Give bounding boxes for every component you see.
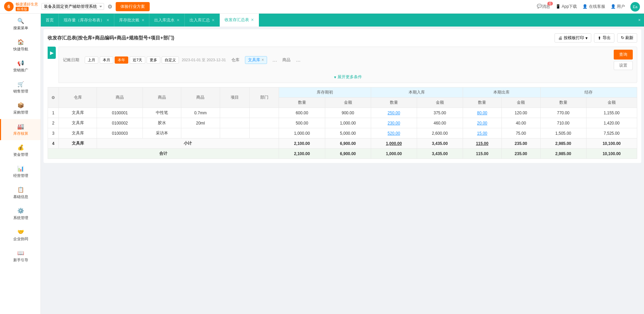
group-out-header: 本期出库	[463, 87, 540, 98]
warehouse-tag[interactable]: 文具库 ×	[245, 56, 267, 64]
export-icon: ⬆	[598, 36, 601, 40]
date-btn-thisyear[interactable]: 本年	[115, 56, 128, 64]
row-out-qty[interactable]: 20.00	[463, 118, 501, 128]
tab-close-icon[interactable]: ×	[177, 17, 179, 23]
row-out-qty[interactable]: 15.00	[463, 128, 501, 138]
refresh-button[interactable]: ↻ 刷新	[617, 33, 637, 43]
out-amt-header: 金额	[501, 98, 540, 108]
tab-close-icon[interactable]: ×	[212, 17, 215, 23]
col-warehouse-header: 仓库	[59, 87, 97, 108]
messages-wrap[interactable]: 💬 6 消息	[537, 4, 550, 10]
row-goods-code: 0100001	[97, 108, 143, 118]
subtotal-close-amt: 10,100.00	[586, 138, 637, 149]
date-btn-custom[interactable]: 自定义	[162, 56, 179, 64]
date-btn-thismonth[interactable]: 本月	[100, 56, 113, 64]
table-row: 1 文具库 0100001 中性笔 0.7mm 600.00 900.00 25…	[48, 108, 637, 118]
col-settings[interactable]: ⚙	[48, 87, 59, 108]
row-in-amt: 375.00	[417, 108, 463, 118]
content-area: 首页 现存量（库存分布表） × 库存批次账 × 出入库流水 × 出入库汇总 × …	[41, 14, 644, 314]
collab-icon: 🤝	[17, 229, 24, 235]
row-open-qty: 1,000.00	[279, 128, 325, 138]
user-avatar[interactable]: Ea	[630, 2, 640, 12]
row-project	[220, 128, 249, 138]
row-in-amt: 2,600.00	[417, 128, 463, 138]
sidebar-item-label: 经营管理	[13, 173, 28, 178]
sidebar-item-collab[interactable]: 🤝 企业协同	[0, 225, 40, 246]
sidebar-item-baseinfo[interactable]: 📋 基础信息	[0, 182, 40, 203]
total-out-qty: 115.00	[463, 149, 501, 159]
row-warehouse: 文具库	[59, 118, 97, 128]
sidebar-item-inventory[interactable]: 🏭 库存核算	[0, 119, 40, 140]
date-btn-lastmonth[interactable]: 上月	[85, 56, 98, 64]
sidebar-item-system[interactable]: ⚙️ 系统管理	[0, 203, 40, 225]
sidebar-item-guide[interactable]: 📖 新手引导	[0, 246, 40, 267]
row-out-amt: 120.00	[501, 108, 540, 118]
sidebar-item-label: 基础信息	[13, 194, 28, 199]
sidebar-item-marketing[interactable]: 📢 营销推广	[0, 56, 40, 77]
sidebar-item-purchase[interactable]: 📦 采购管理	[0, 98, 40, 119]
finance-icon: 💰	[17, 144, 24, 151]
row-dept	[249, 108, 279, 118]
subtotal-out-amt: 235.00	[501, 138, 540, 149]
expand-more-button[interactable]: ▾ 展开更多条件	[334, 74, 362, 80]
row-in-qty[interactable]: 250.00	[371, 108, 417, 118]
warehouse-more-dots[interactable]: ...	[273, 57, 277, 63]
sidebar-item-sales[interactable]: 🛒 销售管理	[0, 77, 40, 98]
sidebar: 🔍 搜索菜单 🏠 快捷导航 📢 营销推广 🛒 销售管理 📦 采购管理 🏭 库存核…	[0, 14, 41, 314]
tab-close-icon[interactable]: ×	[106, 17, 109, 23]
tab-close-active-icon[interactable]: ×	[251, 17, 254, 22]
system-select[interactable]: 装备及固定资产辅助管理系统	[42, 3, 104, 10]
warehouse-tag-text: 文具库	[248, 57, 260, 63]
tab-home[interactable]: 首页	[41, 14, 59, 27]
row-close-qty: 770.00	[540, 108, 586, 118]
sidebar-item-quicknav[interactable]: 🏠 快捷导航	[0, 35, 40, 56]
tab-recv-send[interactable]: 收发存汇总表 ×	[220, 14, 259, 27]
tab-bar: 首页 现存量（库存分布表） × 库存批次账 × 出入库流水 × 出入库汇总 × …	[41, 14, 644, 27]
warehouse-label: 仓库	[231, 57, 240, 63]
col-goods-name-header: 商品	[143, 87, 181, 108]
top-bar-left: 6 畅捷通好生意 标准版 装备及固定资产辅助管理系统 ⚙ 体验行业方案	[4, 2, 150, 12]
search-icon: 🔍	[17, 18, 24, 24]
baseinfo-icon: 📋	[17, 186, 24, 193]
data-table: ⚙ 仓库 商品 商品 商品 项目 部门 库存期初 本期入库 本期出库 结存	[48, 87, 637, 159]
settings-filter-button[interactable]: 设置	[614, 61, 633, 70]
row-in-qty[interactable]: 230.00	[371, 118, 417, 128]
sidebar-item-search[interactable]: 🔍 搜索菜单	[0, 14, 40, 35]
date-btn-more[interactable]: 更多	[147, 56, 160, 64]
warehouse-tag-close[interactable]: ×	[262, 57, 264, 62]
trial-button[interactable]: 体验行业方案	[116, 2, 150, 11]
tab-inventory[interactable]: 现存量（库存分布表） ×	[59, 14, 114, 27]
sidebar-item-label: 企业协同	[13, 236, 28, 242]
sidebar-item-label: 销售管理	[13, 89, 28, 94]
filter-toggle[interactable]: ▶	[48, 47, 56, 59]
logo-text: 畅捷通好生意	[16, 2, 38, 6]
subtotal-open-amt: 6,900.00	[325, 138, 371, 149]
subtotal-in-qty: 1,000.00	[371, 138, 417, 149]
tab-inout-summary[interactable]: 出入库汇总 ×	[185, 14, 220, 27]
inventory-icon: 🏭	[17, 123, 24, 130]
sidebar-item-business[interactable]: 📊 经营管理	[0, 161, 40, 182]
out-qty-header: 数量	[463, 98, 501, 108]
online-service[interactable]: 👤 在线客服	[582, 4, 605, 10]
phone-icon: 📱	[556, 4, 561, 9]
query-button[interactable]: 查询	[614, 50, 633, 60]
sidebar-item-label: 快捷导航	[13, 47, 28, 52]
tab-close-icon[interactable]: ×	[142, 17, 144, 23]
row-out-amt: 75.00	[501, 128, 540, 138]
close-all-tab[interactable]: ×	[635, 14, 644, 27]
print-button[interactable]: 🖨 按模板打印 ▾	[555, 33, 591, 43]
row-in-qty[interactable]: 520.00	[371, 128, 417, 138]
app-download[interactable]: 📱 App下载	[556, 4, 577, 10]
goods-more-dots[interactable]: ...	[296, 57, 300, 63]
tab-batch[interactable]: 库存批次账 ×	[114, 14, 149, 27]
sidebar-item-label: 资金管理	[13, 152, 28, 157]
total-in-qty: 1,000.00	[371, 149, 417, 159]
tab-inout-flow[interactable]: 出入库流水 ×	[149, 14, 184, 27]
date-btn-7days[interactable]: 近7天	[130, 56, 145, 64]
settings-button[interactable]: ⚙	[108, 3, 112, 10]
user-area[interactable]: 👤 用户	[611, 4, 625, 10]
sidebar-item-finance[interactable]: 💰 资金管理	[0, 140, 40, 161]
row-out-qty[interactable]: 80.00	[463, 108, 501, 118]
row-warehouse: 文具库	[59, 128, 97, 138]
export-button[interactable]: ⬆ 导出	[594, 33, 614, 43]
